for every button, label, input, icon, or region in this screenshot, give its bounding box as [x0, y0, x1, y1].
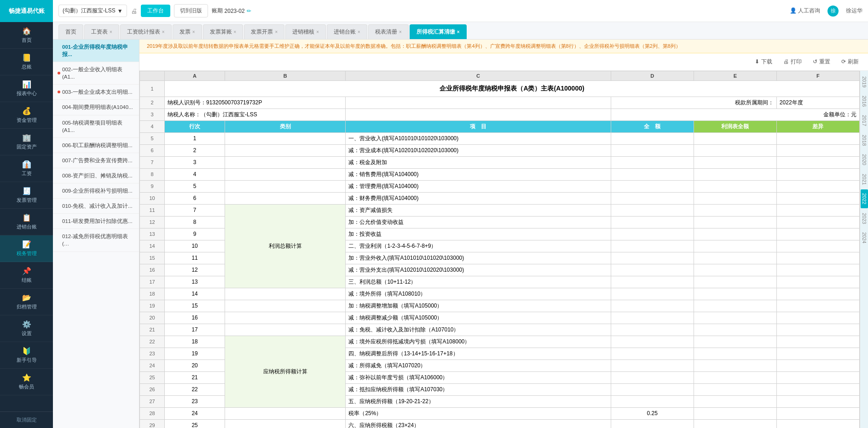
profit-amount-cell[interactable] [694, 156, 776, 168]
seq-cell[interactable]: 14 [165, 288, 225, 300]
item-cell[interactable]: 减：税金及附加 [346, 156, 611, 168]
year-item-2023[interactable]: 2023 [861, 209, 868, 228]
profit-amount-cell[interactable] [694, 407, 776, 419]
tab-income-tax-close[interactable]: × [457, 29, 460, 34]
tab-salary[interactable]: 工资表 × [84, 24, 119, 39]
print-button[interactable]: 🖨 打印 [780, 56, 805, 68]
profit-amount-cell[interactable] [694, 324, 776, 336]
profit-amount-cell[interactable] [694, 192, 776, 204]
seq-cell[interactable]: 15 [165, 300, 225, 312]
tab-invoice-open[interactable]: 发票开票 × [244, 24, 284, 39]
tab-invoice[interactable]: 发票 × [173, 24, 202, 39]
diff-cell[interactable] [776, 371, 859, 383]
amount-cell[interactable] [611, 288, 694, 300]
diff-cell[interactable] [776, 324, 859, 336]
profit-amount-cell[interactable] [694, 419, 776, 428]
tab-salary-stats[interactable]: 工资统计报表 × [120, 24, 172, 39]
diff-cell[interactable] [776, 264, 859, 276]
sidebar-item-close[interactable]: 📌 结账 [0, 262, 53, 289]
item-cell[interactable]: 减：管理费用(填写A104000) [346, 180, 611, 192]
sidebar-item-home[interactable]: 🏠 首页 [0, 22, 53, 49]
seq-cell[interactable]: 25 [165, 419, 225, 428]
category-cell[interactable] [225, 156, 346, 168]
category-cell[interactable]: 利润总额计算 [225, 204, 346, 288]
item-cell[interactable]: 减：资产减值损失 [346, 204, 611, 216]
profit-amount-cell[interactable] [694, 168, 776, 180]
seq-cell[interactable]: 10 [165, 240, 225, 252]
category-cell[interactable] [225, 300, 346, 312]
tab-purchase-ledger-close[interactable]: × [358, 29, 360, 34]
amount-cell[interactable] [611, 324, 694, 336]
category-cell[interactable] [225, 132, 346, 144]
tab-purchase-audit[interactable]: 进销稽核 × [285, 24, 326, 39]
tab-purchase-ledger[interactable]: 进销台账 × [327, 24, 367, 39]
left-panel-item-007[interactable]: 007-广告费和业务宣传费跨... [53, 153, 139, 168]
amount-cell[interactable] [611, 180, 694, 192]
item-cell[interactable]: 税率（25%） [346, 407, 611, 419]
sidebar-item-member[interactable]: ⭐ 畅会员 [0, 369, 53, 395]
seq-cell[interactable]: 20 [165, 360, 225, 371]
category-cell[interactable] [225, 144, 346, 156]
tab-purchase-audit-close[interactable]: × [316, 29, 319, 34]
seq-cell[interactable]: 12 [165, 264, 225, 276]
diff-cell[interactable] [776, 360, 859, 371]
left-panel-item-006[interactable]: 006-职工薪酬纳税调整明细... [53, 138, 139, 153]
seq-cell[interactable]: 8 [165, 216, 225, 228]
profit-amount-cell[interactable] [694, 395, 776, 407]
diff-cell[interactable] [776, 180, 859, 192]
left-panel-item-012[interactable]: 012-减免所得税优惠明细表(… [53, 229, 139, 251]
year-item-2017[interactable]: 2017 [861, 111, 868, 130]
profit-amount-cell[interactable] [694, 180, 776, 192]
tab-tax-table-close[interactable]: × [399, 29, 402, 34]
left-panel-item-011[interactable]: 011-研发费用加计扣除优惠... [53, 214, 139, 229]
amount-cell[interactable] [611, 264, 694, 276]
diff-cell[interactable] [776, 383, 859, 395]
company-selector[interactable]: (勾删）江西服宝-LSS ▼ [58, 5, 127, 17]
category-cell[interactable] [225, 168, 346, 180]
diff-cell[interactable] [776, 312, 859, 324]
category-cell[interactable] [225, 419, 346, 428]
profit-amount-cell[interactable] [694, 360, 776, 371]
tab-invoice-calc-close[interactable]: × [234, 29, 237, 34]
profit-amount-cell[interactable] [694, 216, 776, 228]
year-item-2016[interactable]: 2016 [861, 92, 868, 110]
item-cell[interactable]: 减：境外应税所得抵减境内亏损（填写A108000） [346, 336, 611, 348]
amount-cell[interactable] [611, 204, 694, 216]
tab-home[interactable]: 首页 [58, 24, 83, 39]
sidebar-item-settings[interactable]: ⚙️ 设置 [0, 315, 53, 342]
download-button[interactable]: ⬇ 下载 [751, 56, 776, 68]
amount-cell[interactable] [611, 240, 694, 252]
diff-cell[interactable] [776, 216, 859, 228]
year-item-2024[interactable]: 2024 [861, 228, 868, 247]
amount-cell[interactable] [611, 348, 694, 360]
year-item-2020[interactable]: 2020 [861, 150, 868, 169]
seq-cell[interactable]: 6 [165, 192, 225, 204]
sidebar-item-tax[interactable]: 📝 税务管理 [0, 235, 53, 262]
item-cell[interactable]: 减：纳税调整减少额（填写A105000） [346, 312, 611, 324]
category-cell[interactable] [225, 180, 346, 192]
diff-cell[interactable] [776, 288, 859, 300]
tab-salary-close[interactable]: × [110, 29, 112, 34]
diff-cell[interactable] [776, 252, 859, 264]
category-cell[interactable]: 应纳税所得额计算 [225, 336, 346, 407]
seq-cell[interactable]: 7 [165, 204, 225, 216]
year-item-2021[interactable]: 2021 [861, 170, 868, 188]
refresh-button[interactable]: ⟳ 刷新 [838, 56, 862, 68]
seq-cell[interactable]: 23 [165, 395, 225, 407]
sidebar-item-invoice[interactable]: 🧾 发票管理 [0, 182, 53, 209]
seq-cell[interactable]: 19 [165, 348, 225, 360]
diff-cell[interactable] [776, 192, 859, 204]
left-panel-item-009[interactable]: 009-企业所得税补亏损明细... [53, 183, 139, 199]
tab-salary-stats-close[interactable]: × [162, 29, 165, 34]
seq-cell[interactable]: 11 [165, 252, 225, 264]
amount-cell[interactable] [611, 216, 694, 228]
sidebar-item-ledger[interactable]: 📒 总账 [0, 49, 53, 75]
amount-cell[interactable] [611, 419, 694, 428]
amount-cell[interactable] [611, 252, 694, 264]
seq-cell[interactable]: 3 [165, 156, 225, 168]
profit-amount-cell[interactable] [694, 204, 776, 216]
tab-tax-table[interactable]: 税表清册 × [368, 24, 409, 39]
category-cell[interactable] [225, 324, 346, 336]
amount-cell[interactable] [611, 156, 694, 168]
workbench-button[interactable]: 工作台 [141, 5, 170, 17]
